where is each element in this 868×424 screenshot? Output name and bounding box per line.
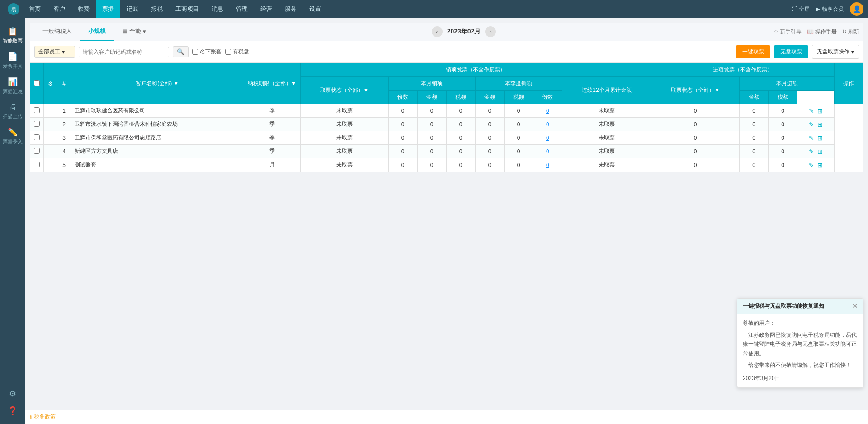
row-num-0: 1 xyxy=(57,104,71,118)
row-checkbox-2[interactable] xyxy=(34,134,40,140)
detail-icon-1[interactable]: ⊞ xyxy=(817,121,823,128)
detail-icon-2[interactable]: ⊞ xyxy=(817,134,823,142)
search-input[interactable] xyxy=(79,47,169,57)
table-row: 1 卫辉市玖玖健合医药有限公司 季 未取票 0 0 0 0 0 0 未取票 0 … xyxy=(30,104,863,118)
notification-header: 一键报税与无盘取票功能恢复通知 ✕ xyxy=(737,299,863,314)
sales-fetch-status-header: 取票状态（全部）▼ xyxy=(300,77,388,104)
sidebar-item-invoice-entry[interactable]: ✏️ 票据录入 xyxy=(0,124,25,149)
nav-settings[interactable]: 设置 xyxy=(303,0,327,18)
row-checkbox-0[interactable] xyxy=(34,107,40,113)
beginner-guide-button[interactable]: ☆ 新手引导 xyxy=(774,28,802,36)
tax-policy-link[interactable]: ℹ 税务政策 xyxy=(30,413,56,421)
nav-business[interactable]: 工商项目 xyxy=(169,0,205,18)
search-button[interactable]: 🔍 xyxy=(173,46,189,57)
nav-bookkeeping[interactable]: 记账 xyxy=(120,0,145,18)
edit-icon-0[interactable]: ✎ xyxy=(809,107,814,114)
row-sales-amount-1: 0 xyxy=(417,118,446,131)
nav-service[interactable]: 服务 xyxy=(278,0,303,18)
operation-manual-button[interactable]: 📖 操作手册 xyxy=(807,28,837,36)
sidebar-bottom: ⚙ ❓ xyxy=(0,385,25,424)
under-name-check[interactable] xyxy=(192,49,198,55)
detail-icon-4[interactable]: ⊞ xyxy=(817,162,823,169)
row-12month-4: 0 xyxy=(533,158,562,172)
one-key-fetch-button[interactable]: 一键取票 xyxy=(736,45,770,58)
row-quarterly-tax-3: 0 xyxy=(504,145,533,158)
nav-message[interactable]: 消息 xyxy=(205,0,230,18)
toolbar-right: 一键取票 无盘取票 无盘取票操作 ▾ xyxy=(736,45,859,59)
row-checkbox-3[interactable] xyxy=(34,148,40,154)
sidebar-item-smart-fetch[interactable]: 📋 智能取票 xyxy=(0,23,25,48)
row-quarterly-amount-4: 0 xyxy=(475,158,504,172)
notification-close-button[interactable]: ✕ xyxy=(852,302,858,310)
edit-icon-3[interactable]: ✎ xyxy=(809,148,814,155)
edit-icon-4[interactable]: ✎ xyxy=(809,162,814,169)
tab-general-taxpayer[interactable]: 一般纳税人 xyxy=(34,23,80,41)
row-actions-4: ✎ ⊞ xyxy=(797,158,835,172)
sidebar-item-invoice-open[interactable]: 📄 发票开具 xyxy=(0,48,25,73)
app-logo[interactable]: 易 xyxy=(5,0,23,18)
row-input-amount-1: 0 xyxy=(740,118,769,131)
input-monthly-tax-header: 税额 xyxy=(769,91,797,104)
row-fetch-status-3: 未取票 xyxy=(300,145,388,158)
edit-icon-1[interactable]: ✎ xyxy=(809,121,814,128)
fullscreen-button[interactable]: ⛶ 全屏 xyxy=(792,5,810,13)
next-month-button[interactable]: › xyxy=(485,26,496,37)
row-tax-period-2: 季 xyxy=(244,131,300,145)
row-checkbox-4[interactable] xyxy=(34,162,40,167)
nav-billing[interactable]: 收费 xyxy=(71,0,96,18)
sales-quarterly-amount-header: 金额 xyxy=(475,91,504,104)
nav-tax[interactable]: 报税 xyxy=(145,0,169,18)
row-sales-amount-0: 0 xyxy=(417,104,446,118)
vip-button[interactable]: ▶ 畅享会员 xyxy=(816,5,844,13)
row-tax-period-3: 季 xyxy=(244,145,300,158)
sales-monthly-count-header: 份数 xyxy=(388,91,417,104)
row-input-status-4: 未取票 xyxy=(562,158,651,172)
input-monthly-amount-header: 金额 xyxy=(740,91,769,104)
nav-customer[interactable]: 客户 xyxy=(47,0,71,18)
nav-home[interactable]: 首页 xyxy=(23,0,47,18)
edit-icon-2[interactable]: ✎ xyxy=(809,134,814,142)
select-arrow-icon: ▾ xyxy=(62,49,65,55)
sidebar-item-settings[interactable]: ⚙ xyxy=(0,385,25,402)
tax-disk-checkbox[interactable]: 有税盘 xyxy=(225,48,249,56)
row-input-status-2: 未取票 xyxy=(562,131,651,145)
detail-icon-3[interactable]: ⊞ xyxy=(817,148,823,155)
tax-disk-check[interactable] xyxy=(225,49,231,55)
no-disk-operation-button[interactable]: 无盘取票操作 ▾ xyxy=(812,45,859,59)
tab-small-scale[interactable]: 小规模 xyxy=(80,23,114,41)
input-monthly-count-header: 份数 xyxy=(533,91,562,104)
user-avatar[interactable]: 👤 xyxy=(850,2,863,16)
refresh-icon: ↻ xyxy=(842,29,847,35)
row-checkbox-1[interactable] xyxy=(34,121,40,127)
table-row: 3 卫辉市保和堂医药有限公司忠顺路店 季 未取票 0 0 0 0 0 0 未取票… xyxy=(30,131,863,145)
row-sales-count-4: 0 xyxy=(388,158,417,172)
nav-items: 首页 客户 收费 票据 记账 报税 工商项目 消息 管理 经营 服务 设置 xyxy=(23,0,792,18)
toolbar: 全部员工 ▾ 🔍 名下账套 有税盘 一键取票 无盘取票 无盘取票操作 xyxy=(30,41,863,63)
sidebar-item-invoice-summary[interactable]: 📊 票据汇总 xyxy=(0,73,25,99)
row-quarterly-tax-4: 0 xyxy=(504,158,533,172)
no-disk-fetch-button[interactable]: 无盘取票 xyxy=(774,45,808,58)
sidebar-item-help[interactable]: ❓ xyxy=(0,402,25,419)
prev-month-button[interactable]: ‹ xyxy=(432,26,443,37)
table-row: 2 卫辉市汲水镇下园湾香榧营木种植家庭农场 季 未取票 0 0 0 0 0 0 … xyxy=(30,118,863,131)
under-name-checkbox[interactable]: 名下账套 xyxy=(192,48,222,56)
settings-col-icon[interactable]: ⚙ xyxy=(48,81,53,87)
invoice-table: ⚙ # 客户名称(全部) ▼ 纳税期限（全部）▼ 销项发票（不含作废票） 进项发… xyxy=(30,63,863,172)
refresh-button[interactable]: ↻ 刷新 xyxy=(842,28,859,36)
dropdown-arrow-icon: ▾ xyxy=(851,49,854,55)
row-quarterly-amount-2: 0 xyxy=(475,131,504,145)
employee-select[interactable]: 全部员工 ▾ xyxy=(34,46,75,58)
row-sales-amount-2: 0 xyxy=(417,131,446,145)
nav-manage[interactable]: 管理 xyxy=(230,0,254,18)
bottom-bar: ℹ 税务政策 xyxy=(25,410,868,424)
nav-invoice[interactable]: 票据 xyxy=(96,0,120,18)
tab-all[interactable]: ▤ 全能 ▾ xyxy=(114,23,154,41)
nav-operation[interactable]: 经营 xyxy=(254,0,278,18)
row-customer-1: 卫辉市汲水镇下园湾香榧营木种植家庭农场 xyxy=(71,118,244,131)
row-sales-tax-1: 0 xyxy=(446,118,475,131)
detail-icon-0[interactable]: ⊞ xyxy=(817,107,823,114)
sidebar-item-scan-upload[interactable]: 🖨 扫描上传 xyxy=(0,99,25,124)
select-all-checkbox[interactable] xyxy=(34,80,40,86)
row-input-status-3: 未取票 xyxy=(562,145,651,158)
row-quarterly-amount-3: 0 xyxy=(475,145,504,158)
